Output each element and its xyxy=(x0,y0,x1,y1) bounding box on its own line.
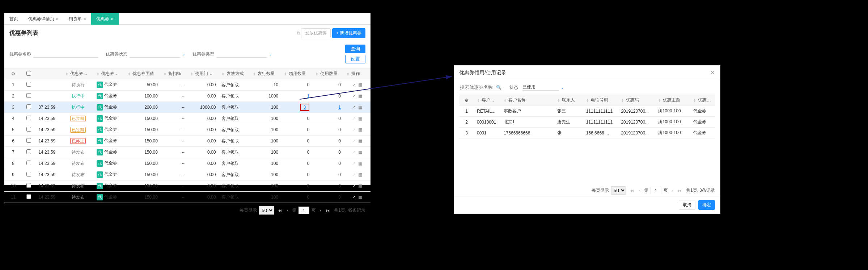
qr-icon[interactable]: ▦ xyxy=(358,172,362,177)
row-checkbox[interactable] xyxy=(26,172,31,176)
page-first-icon[interactable]: ⏮ xyxy=(628,188,635,193)
sort-icon[interactable]: ▲▼ xyxy=(97,72,99,76)
col-9[interactable]: ▲▼ 操作 xyxy=(344,68,371,79)
mcol-2[interactable]: ▲▼ 联系人 xyxy=(554,95,583,106)
share-icon[interactable]: ↗ xyxy=(352,94,356,99)
col-2[interactable]: ▲▼ 优惠券面值 xyxy=(125,68,161,79)
col-8[interactable]: ▲▼ 使用数量 xyxy=(312,68,343,79)
tab-0[interactable]: 首页 xyxy=(4,13,23,25)
table-row[interactable]: 714 23:59待发布代 代金券150.00--0.00客户领取10000↗ … xyxy=(4,147,371,158)
tab-close-icon[interactable]: ✕ xyxy=(56,17,59,21)
table-row[interactable]: 914 23:59待发布代 代金券150.00--0.00客户领取10000↗ … xyxy=(4,169,371,180)
qr-icon[interactable]: ▦ xyxy=(358,94,362,99)
modal-search[interactable]: 🔍 xyxy=(459,84,502,91)
sort-icon[interactable]: ▲▼ xyxy=(190,72,193,76)
page-input[interactable] xyxy=(298,207,309,214)
settings-button[interactable]: 设置 xyxy=(345,55,365,63)
sort-icon[interactable]: ▲▼ xyxy=(128,72,131,76)
table-row[interactable]: 3000117666666666张156 6666 ...2019120700.… xyxy=(459,128,715,138)
qr-icon[interactable]: ▦ xyxy=(358,116,362,121)
page-last-icon[interactable]: ⏭ xyxy=(325,208,332,213)
col-0[interactable]: ▲▼ 优惠券状态 xyxy=(62,68,93,79)
row-checkbox[interactable] xyxy=(26,116,31,120)
search-icon[interactable]: 🔍 xyxy=(496,85,501,90)
col-1[interactable]: ▲▼ 优惠券类型 xyxy=(94,68,125,79)
table-row[interactable]: 414 23:59已过期代 代金券150.00--0.00客户领取10000↗ … xyxy=(4,113,371,124)
table-row[interactable]: 200010001北京1唐先生111111111112019120700...满… xyxy=(459,117,715,128)
qr-icon[interactable]: ▦ xyxy=(358,195,362,200)
sort-icon[interactable]: ▲▼ xyxy=(557,99,560,102)
share-icon[interactable]: ↗ xyxy=(352,105,356,110)
sort-icon[interactable]: ▲▼ xyxy=(65,72,68,76)
sort-icon[interactable]: ▲▼ xyxy=(693,99,696,102)
sort-icon[interactable]: ▲▼ xyxy=(504,99,507,102)
mcol-4[interactable]: ▲▼ 优惠码 xyxy=(618,95,655,106)
close-icon[interactable]: ✕ xyxy=(710,69,715,76)
row-checkbox[interactable] xyxy=(26,161,31,165)
ok-button[interactable]: 确定 xyxy=(698,200,715,210)
row-checkbox[interactable] xyxy=(26,127,31,132)
col-3[interactable]: ▲▼ 折扣% xyxy=(161,68,187,79)
col-5[interactable]: ▲▼ 发放方式 xyxy=(219,68,250,79)
page-next-icon[interactable]: › xyxy=(318,208,322,213)
filter-name-input[interactable] xyxy=(33,50,98,58)
add-coupon-button[interactable]: + 新增优惠券 xyxy=(332,28,365,38)
table-row[interactable]: 1RETAIL...零散客户张三111111111112019120700...… xyxy=(459,106,715,117)
table-row[interactable]: 1014 23:59待发布代 代金券150.00--0.00客户领取10000↗… xyxy=(4,180,371,192)
qr-icon[interactable]: ▦ xyxy=(358,127,362,132)
per-page-select[interactable]: 50 xyxy=(611,186,626,195)
row-checkbox[interactable] xyxy=(26,138,31,143)
per-page-select[interactable]: 50 xyxy=(259,206,274,215)
col-6[interactable]: ▲▼ 发行数量 xyxy=(250,68,281,79)
qr-icon[interactable]: ▦ xyxy=(358,183,362,188)
table-row[interactable]: 1待执行代 代金券50.00--0.00客户领取1000↗ ▦ xyxy=(4,79,371,91)
issue-coupon-button[interactable]: 发放优惠券 xyxy=(301,28,331,38)
table-row[interactable]: 614 23:59已终止代 代金券150.00--0.00客户领取10000↗ … xyxy=(4,136,371,147)
claimed-link[interactable]: 3 xyxy=(304,105,306,110)
qr-icon[interactable]: ▦ xyxy=(358,82,362,87)
modal-state-value[interactable]: 已使用 xyxy=(522,84,559,91)
tab-close-icon[interactable]: ✕ xyxy=(111,17,114,21)
qr-icon[interactable]: ▦ xyxy=(358,150,362,155)
mcol-0[interactable]: ▲▼ 客户... xyxy=(474,95,501,106)
row-checkbox[interactable] xyxy=(26,149,31,154)
cancel-button[interactable]: 取消 xyxy=(679,200,695,210)
table-row[interactable]: 307 23:59执行中代 代金券200.00--1000.00客户领取1003… xyxy=(4,102,371,113)
tab-3[interactable]: 优惠券✕ xyxy=(91,13,119,25)
page-first-icon[interactable]: ⏮ xyxy=(276,208,283,213)
table-row[interactable]: 814 23:59待发布代 代金券150.00--0.00客户领取10000↗ … xyxy=(4,158,371,169)
sort-icon[interactable]: ▲▼ xyxy=(477,99,480,102)
qr-icon[interactable]: ▦ xyxy=(358,105,362,110)
row-checkbox[interactable] xyxy=(26,104,31,109)
tab-2[interactable]: 销货单✕ xyxy=(64,13,91,25)
table-row[interactable]: 1114 23:59待发布代 代金券150.00--0.00客户领取10000↗… xyxy=(4,192,371,203)
sort-icon[interactable]: ▲▼ xyxy=(621,99,624,102)
filter-type-select[interactable] xyxy=(216,50,267,58)
claimed-link[interactable]: 1 xyxy=(307,94,310,99)
share-icon[interactable]: ↗ xyxy=(352,82,356,87)
page-prev-icon[interactable]: ‹ xyxy=(638,188,642,193)
mcol-1[interactable]: ▲▼ 客户名称 xyxy=(501,95,554,106)
select-all-checkbox[interactable] xyxy=(26,71,31,76)
tab-close-icon[interactable]: ✕ xyxy=(83,17,86,21)
page-last-icon[interactable]: ⏭ xyxy=(677,188,684,193)
page-prev-icon[interactable]: ‹ xyxy=(285,208,290,213)
sort-icon[interactable]: ▲▼ xyxy=(586,99,589,102)
row-checkbox[interactable] xyxy=(26,183,31,188)
page-next-icon[interactable]: › xyxy=(670,188,674,193)
sort-icon[interactable]: ▲▼ xyxy=(347,72,350,76)
row-checkbox[interactable] xyxy=(26,93,31,98)
sort-icon[interactable]: ▲▼ xyxy=(284,72,287,76)
tab-1[interactable]: 优惠券详情页✕ xyxy=(23,13,64,25)
used-link[interactable]: 1 xyxy=(338,105,341,110)
sort-icon[interactable]: ▲▼ xyxy=(315,72,318,76)
col-7[interactable]: ▲▼ 领用数量 xyxy=(281,68,312,79)
filter-status-select[interactable] xyxy=(130,50,180,58)
modal-search-input[interactable] xyxy=(460,84,496,90)
search-button[interactable]: 查询 xyxy=(345,45,365,53)
sort-icon[interactable]: ▲▼ xyxy=(164,72,166,76)
sort-icon[interactable]: ▲▼ xyxy=(221,72,224,76)
table-row[interactable]: 2执行中代 代金券100.00--0.00客户领取100010↗ ▦ xyxy=(4,91,371,102)
qr-icon[interactable]: ▦ xyxy=(358,161,362,166)
row-checkbox[interactable] xyxy=(26,82,31,87)
